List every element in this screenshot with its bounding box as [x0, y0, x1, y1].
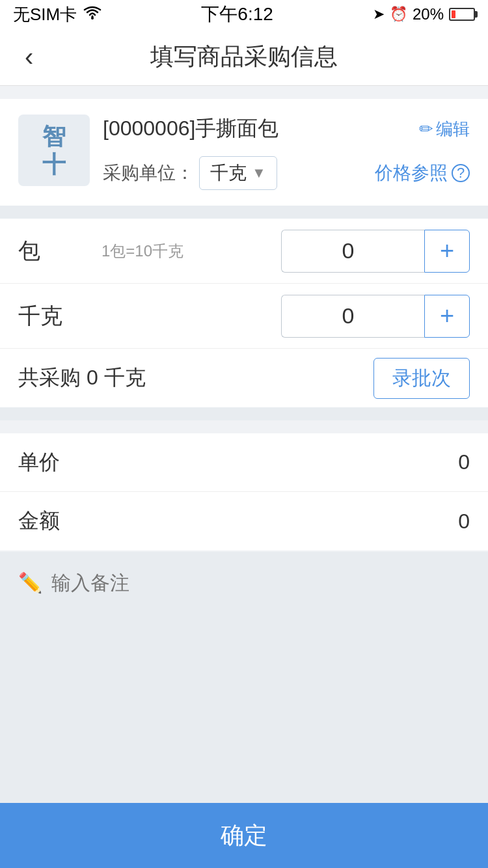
product-logo: 智 十	[42, 122, 66, 178]
price-reference-button[interactable]: 价格参照 ?	[375, 161, 470, 185]
svg-point-0	[91, 17, 94, 20]
unit-price-label: 单价	[18, 448, 60, 477]
total-amount: 0	[87, 366, 98, 389]
battery-percent: 20%	[413, 5, 444, 23]
amount-value: 0	[458, 509, 470, 534]
unit-value: 千克	[210, 161, 247, 185]
product-unit-row: 采购单位： 千克 ▼ 价格参照 ?	[103, 156, 470, 190]
location-icon: ➤	[373, 6, 385, 23]
unit-price-value: 0	[458, 450, 470, 474]
edit-icon: ✏	[419, 119, 433, 139]
content-spacer	[0, 614, 488, 809]
dropdown-arrow-icon: ▼	[252, 165, 266, 182]
product-info: [0000006]手撕面包 ✏ 编辑 采购单位： 千克 ▼ 价格参照 ?	[103, 115, 470, 190]
input-section: 包 1包=10千克 + 千克 +	[0, 219, 488, 349]
pencil-icon: ✏️	[18, 571, 42, 594]
help-icon: ?	[452, 164, 470, 182]
battery-icon	[449, 8, 475, 21]
kg-quantity-input[interactable]	[281, 295, 424, 338]
section-divider-2	[0, 407, 488, 420]
kg-plus-button[interactable]: +	[424, 295, 470, 338]
product-thumbnail: 智 十	[18, 115, 90, 186]
kg-input-row: 千克 +	[0, 284, 488, 349]
edit-label: 编辑	[436, 118, 470, 141]
section-divider-1	[0, 206, 488, 219]
unit-price-row: 单价 0	[0, 433, 488, 492]
note-input[interactable]	[51, 572, 470, 594]
status-time: 下午6:12	[201, 2, 273, 27]
unit-label: 采购单位：	[103, 161, 194, 185]
total-text: 共采购 0 千克	[18, 364, 146, 392]
status-right: ➤ ⏰ 20%	[373, 5, 475, 23]
back-button[interactable]: ‹	[18, 36, 40, 78]
product-card: 智 十 [0000006]手撕面包 ✏ 编辑 采购单位： 千克 ▼	[0, 99, 488, 206]
confirm-button[interactable]: 确定	[221, 820, 267, 852]
amount-label: 金额	[18, 507, 60, 536]
wifi-icon	[83, 5, 102, 25]
price-ref-label: 价格参照	[375, 161, 448, 185]
bag-input-row: 包 1包=10千克 +	[0, 219, 488, 284]
bag-sublabel: 1包=10千克	[102, 241, 183, 262]
product-name-row: [0000006]手撕面包 ✏ 编辑	[103, 115, 470, 143]
status-bar: 无SIM卡 下午6:12 ➤ ⏰ 20%	[0, 0, 488, 29]
product-name: [0000006]手撕面包	[103, 115, 278, 143]
note-section: ✏️	[0, 552, 488, 614]
total-row: 共采购 0 千克 录批次	[0, 349, 488, 407]
amount-row: 金额 0	[0, 492, 488, 550]
batch-record-button[interactable]: 录批次	[373, 358, 470, 399]
bag-input-group: +	[281, 230, 470, 273]
nav-bar: ‹ 填写商品采购信息	[0, 29, 488, 86]
price-amount-section: 单价 0 金额 0	[0, 433, 488, 550]
sim-text: 无SIM卡	[13, 3, 77, 26]
kg-input-group: +	[281, 295, 470, 338]
page-title: 填写商品采购信息	[150, 41, 338, 73]
unit-select[interactable]: 千克 ▼	[199, 156, 277, 190]
bag-plus-button[interactable]: +	[424, 230, 470, 273]
status-left: 无SIM卡	[13, 3, 102, 26]
confirm-bar[interactable]: 确定	[0, 803, 488, 868]
alarm-icon: ⏰	[390, 6, 407, 23]
edit-button[interactable]: ✏ 编辑	[419, 118, 470, 141]
kg-label: 千克	[18, 301, 96, 331]
bag-quantity-input[interactable]	[281, 230, 424, 273]
bag-label: 包	[18, 236, 96, 266]
